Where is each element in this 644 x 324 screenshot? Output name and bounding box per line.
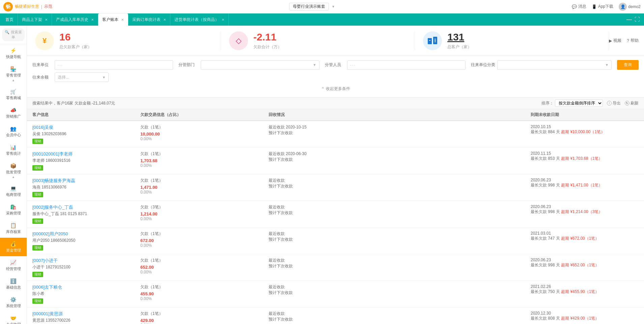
tab-products[interactable]: 商品上下架 ✕	[18, 13, 52, 26]
customer-name-link[interactable]: [0016]吴俊	[32, 124, 140, 130]
collapse-bar[interactable]: ⌃ 收起更多条件	[32, 85, 639, 93]
tab-maximize-btn[interactable]: ⛶	[635, 17, 640, 23]
tab-close-icon[interactable]: ✕	[121, 18, 124, 22]
debt-amount[interactable]: 10,000.00	[140, 131, 269, 137]
basic-info-icon: ℹ️	[10, 278, 17, 284]
sidebar-item-quick-nav[interactable]: ⚡ 快捷导航	[0, 44, 27, 63]
overdue-days: 最长欠款 998 天 超期 ¥652.00（1笔）	[531, 262, 639, 268]
sidebar-item-ecommerce[interactable]: 💻 电商管理	[0, 182, 27, 201]
debt-amount[interactable]: 1,471.00	[140, 185, 269, 190]
tab-minimize-btn[interactable]: —	[626, 17, 632, 23]
due-date-cell: 2020.06.23 最长欠款 998 天 超期 ¥652.00（1笔）	[531, 258, 639, 268]
overdue-link[interactable]: 超期 ¥429.00（1笔）	[561, 316, 599, 321]
message-btn[interactable]: 💬 消息	[572, 4, 586, 9]
overdue-link[interactable]: 超期 ¥1,471.00（1笔）	[561, 183, 603, 187]
table-row: [0006]去下粮仓 陈小希 现销 欠款（1笔） 455.90 0.00% 最近…	[27, 281, 644, 307]
debt-count: 欠款（1笔）	[140, 178, 269, 183]
sidebar-item-system[interactable]: ⚙️ 系统管理	[0, 293, 27, 312]
overdue-link[interactable]: 超期 ¥455.90（1笔）	[561, 289, 599, 294]
customer-name-link[interactable]: [0001020001]李老师	[32, 151, 140, 157]
filter-vendor-input[interactable]: ···	[55, 60, 173, 70]
tab-inbound-stats[interactable]: 进货单统计表（按商品） ✕	[170, 13, 229, 26]
sidebar-item-retail-mgmt[interactable]: 🏪 零售管理 ▲	[0, 63, 27, 85]
stat-amount-info: -2.11 欠款合计（万）	[253, 31, 282, 50]
tab-purchase-stats[interactable]: 采购订单统计表 ✕	[128, 13, 170, 26]
debt-amount[interactable]: 1,214.00	[140, 211, 269, 216]
marketing-icon: 📣	[10, 107, 17, 113]
sidebar-item-label: 电商管理	[6, 192, 21, 197]
video-icon: ▶	[609, 38, 612, 43]
customer-name-link[interactable]: [000002]用户2050	[32, 231, 140, 237]
last-payment: 最近收款	[269, 284, 531, 290]
finance-icon: 💰	[10, 241, 17, 247]
tab-close-icon[interactable]: ✕	[91, 18, 94, 22]
refresh-btn[interactable]: ↻ 刷新	[625, 100, 639, 106]
overdue-link[interactable]: 超期 ¥10,000.00（1笔）	[561, 129, 605, 134]
sidebar-item-inventory[interactable]: 📋 库存核算	[0, 219, 27, 238]
sidebar-item-marketing[interactable]: 📣 营销推广	[0, 104, 27, 122]
filter-category-select[interactable]: ▼	[497, 60, 612, 70]
customer-info-cell: [0001020001]李老师 李老师 18600391516 现销	[32, 151, 140, 171]
sidebar-search-area[interactable]: 🔍 搜索菜单	[0, 26, 27, 44]
stats-row: ¥ 16 总欠款客户（家） ◇ -2.11 欠款合计（万）	[27, 26, 644, 56]
filter-dept-select[interactable]: ▼	[201, 60, 319, 70]
avatar: 👤	[619, 3, 627, 11]
table-row: [0001020001]李老师 李老师 18600391516 现销 欠款（1笔…	[27, 148, 644, 174]
company-selector[interactable]: 母婴行业演示账套 ▼	[289, 3, 335, 10]
export-btn[interactable]: ↑ 导出	[607, 100, 621, 106]
table-row: [000001]黄思源 黄思源 13552700226 现销 欠款（1笔） 42…	[27, 307, 644, 324]
video-help-btn[interactable]: ▶ 视频	[609, 38, 621, 43]
debt-percent: 0.00%	[140, 296, 269, 301]
brand-sub: 示范	[44, 4, 52, 9]
help-btn[interactable]: ? 帮助	[627, 38, 639, 43]
filter-balance-select[interactable]: 选择... ▼	[55, 72, 109, 82]
query-button[interactable]: 查询	[617, 60, 639, 70]
tab-home[interactable]: 首页	[1, 13, 18, 26]
customer-name-link[interactable]: [0007]小进干	[32, 258, 140, 264]
sidebar-item-enterprise[interactable]: 🤝 企业协同	[0, 312, 27, 324]
col-customer-info: 客户信息	[32, 112, 140, 118]
due-date-cell: 2020.11.15 最长欠款 853 天 超期 ¥1,703.68（1笔）	[531, 151, 639, 161]
user-profile[interactable]: 👤 demo2	[619, 3, 641, 11]
debt-info-cell: 欠款（1笔） 672.00 0.00%	[140, 231, 269, 248]
tab-close-icon[interactable]: ✕	[45, 18, 48, 22]
overdue-link[interactable]: 超期 ¥672.00（1笔）	[561, 236, 599, 241]
sidebar-item-retail-stats[interactable]: 📊 零售统计	[0, 141, 27, 159]
customer-name-link[interactable]: [000001]黄思源	[32, 311, 140, 317]
sidebar-item-basic-info[interactable]: ℹ️ 基础信息	[0, 275, 27, 293]
recovery-cell: 最近收款 预计下次收款	[269, 178, 531, 189]
overdue-link[interactable]: 超期 ¥1,214.00（3笔）	[561, 209, 603, 214]
sort-area[interactable]: 排序： 按欠款金额倒序排序	[541, 99, 603, 107]
debt-amount[interactable]: 1,703.68	[140, 158, 269, 163]
debt-amount[interactable]: 672.00	[140, 238, 269, 243]
customer-name-link[interactable]: [0003]畅捷服务尹海蕊	[32, 178, 140, 184]
sidebar-item-wholesale[interactable]: 📦 批发管理 ▲	[0, 159, 27, 182]
due-date-cell: 2021.03.01 最长欠款 747 天 超期 ¥672.00（1笔）	[531, 231, 639, 241]
debt-amount[interactable]: 652.00	[140, 265, 269, 270]
sidebar-item-retail-mall[interactable]: 🛒 零售商城	[0, 85, 27, 104]
customer-name-link[interactable]: [0006]去下粮仓	[32, 284, 140, 290]
debt-amount[interactable]: 455.90	[140, 291, 269, 296]
tab-production[interactable]: 产成品入库单历史 ✕	[52, 13, 98, 26]
filter-person-input[interactable]: ···	[347, 60, 466, 70]
sidebar-item-purchase[interactable]: 🛍️ 采购管理	[0, 201, 27, 219]
tab-close-icon[interactable]: ✕	[163, 18, 166, 22]
tab-customer-account[interactable]: 客户账本 ✕	[98, 13, 128, 26]
debt-info-cell: 欠款（1笔） 429.00 0.00%	[140, 311, 269, 324]
app-download-btn[interactable]: 📱 App下载	[592, 4, 613, 9]
customer-info-cell: [0016]吴俊 吴俊 13026203696 现销	[32, 124, 140, 144]
company-expand-icon[interactable]: ▼	[332, 5, 335, 8]
sort-select[interactable]: 按欠款金额倒序排序	[555, 99, 603, 107]
debt-info-cell: 欠款（1笔） 652.00 0.00%	[140, 258, 269, 274]
sidebar-search-box[interactable]: 🔍 搜索菜单	[2, 28, 25, 41]
debt-amount[interactable]: 429.00	[140, 318, 269, 323]
overdue-link[interactable]: 超期 ¥652.00（1笔）	[561, 263, 599, 267]
sidebar-item-operations[interactable]: 📈 经营管理	[0, 256, 27, 275]
sidebar-item-finance[interactable]: 💰 资金管理	[0, 238, 27, 256]
customer-name-link[interactable]: [0002]服务中心_丁磊	[32, 204, 140, 210]
system-icon: ⚙️	[10, 297, 17, 303]
sidebar-item-members[interactable]: 👥 会员中心	[0, 122, 27, 141]
overdue-link[interactable]: 超期 ¥1,703.68（1笔）	[561, 156, 603, 161]
tab-close-icon[interactable]: ✕	[222, 18, 224, 22]
table-row: [000002]用户2050 用户2050 18665062050 现销 欠款（…	[27, 228, 644, 254]
